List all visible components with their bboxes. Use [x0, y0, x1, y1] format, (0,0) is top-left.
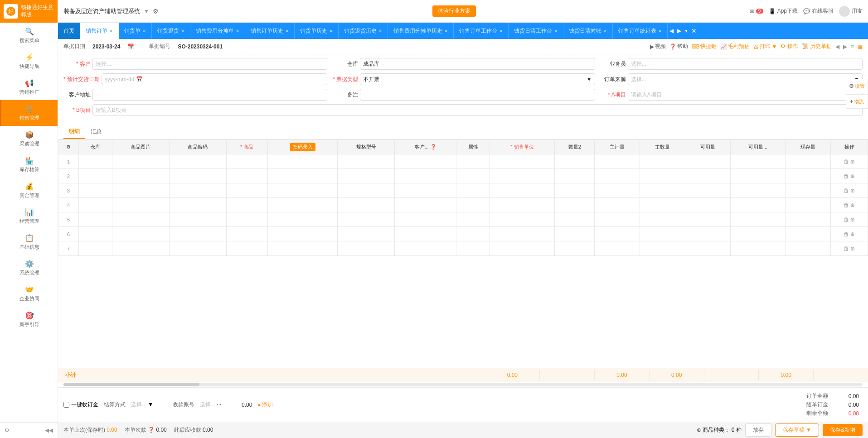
cell-qty2[interactable]	[555, 227, 595, 241]
row-copy-icon[interactable]: ⊕	[850, 217, 855, 223]
cell-attr[interactable]	[456, 169, 490, 183]
invoice-type-select[interactable]: 不开票 ▼	[360, 73, 595, 85]
cell-warehouse[interactable]	[79, 241, 112, 256]
nav-prev-icon[interactable]: ◀	[835, 43, 839, 50]
row-copy-icon[interactable]: ⊕	[850, 245, 855, 252]
tab-sales-return-close-icon[interactable]: ✕	[181, 29, 184, 34]
tab-sales-expense-history[interactable]: 销售费用分摊单历史 ✕	[388, 23, 454, 39]
cell-code[interactable]	[169, 154, 226, 169]
cell-product[interactable]	[226, 169, 267, 183]
sidebar-item-newbie[interactable]: 🎯 新手引导	[0, 307, 58, 332]
cell-attr[interactable]	[456, 183, 490, 198]
cell-spec[interactable]	[338, 227, 395, 241]
settings-icon[interactable]: ⚙	[153, 8, 159, 15]
tab-sales-bill[interactable]: 销货单 ✕	[119, 23, 152, 39]
warehouse-input[interactable]: 成品库 ···	[360, 58, 595, 70]
quick-collect-check[interactable]	[63, 402, 69, 408]
horizontal-scrollbar[interactable]	[63, 383, 863, 386]
row-copy-icon[interactable]: ⊕	[850, 202, 855, 208]
cell-main-qty[interactable]	[640, 227, 685, 241]
th-product[interactable]: * 商品	[226, 140, 267, 154]
th-main-qty[interactable]: 主数量	[640, 140, 685, 154]
tab-sales-order-close-icon[interactable]: ✕	[109, 29, 113, 34]
close-icon-7[interactable]: ✕	[378, 29, 382, 34]
user-avatar[interactable]: 用友	[839, 6, 863, 17]
shortcut-button[interactable]: ⌨ 快捷键	[692, 43, 717, 50]
save-draft-button[interactable]: 保存草稿 ▼	[775, 424, 819, 437]
tab-sales-workbench[interactable]: 销售订单工作台 ✕	[454, 23, 509, 39]
scan-btn[interactable]: 扫码录入	[290, 143, 315, 151]
cell-attr[interactable]	[456, 198, 490, 212]
th-unit[interactable]: * 销售单位	[490, 140, 554, 154]
cell-customer-code[interactable]	[395, 198, 456, 212]
tab-nav-list[interactable]: ▾	[683, 28, 689, 34]
cell-warehouse[interactable]	[79, 212, 112, 227]
row-copy-icon[interactable]: ⊕	[850, 173, 855, 179]
message-button[interactable]: ✉ 9	[750, 8, 763, 14]
cell-spec[interactable]	[338, 212, 395, 227]
sidebar-item-quick-nav[interactable]: ⚡ 快捷导航	[0, 48, 58, 74]
th-attr[interactable]: 属性	[456, 140, 490, 154]
sidebar-settings-icon[interactable]: ⚙	[5, 427, 10, 433]
cell-product[interactable]	[226, 183, 267, 198]
sidebar-item-purchase[interactable]: 📦 采购管理	[0, 126, 58, 152]
row-delete-icon[interactable]: 🗑	[844, 245, 849, 252]
cell-customer-code[interactable]	[395, 154, 456, 169]
cell-qty2[interactable]	[555, 241, 595, 256]
sidebar-item-system[interactable]: ⚙️ 系统管理	[0, 255, 58, 281]
account-select[interactable]: 选择... ···	[200, 401, 236, 409]
industry-solution-button[interactable]: 体验行业方案	[432, 5, 476, 17]
th-available2[interactable]: 可用量...	[730, 140, 786, 154]
sidebar-item-basic[interactable]: 📋 基础信息	[0, 229, 58, 255]
cell-product[interactable]	[226, 241, 267, 256]
cell-unit[interactable]	[490, 198, 554, 212]
customer-address-input[interactable]: ···	[92, 89, 327, 101]
cell-code[interactable]	[169, 212, 226, 227]
tab-sales-expense[interactable]: 销售费用分摊单 ✕	[190, 23, 245, 39]
sidebar-item-sales[interactable]: 🛒 销售管理	[0, 100, 58, 126]
app-download-button[interactable]: 📱 App下载	[769, 7, 798, 15]
save-new-button[interactable]: 保存&新增	[823, 424, 863, 436]
cell-qty2[interactable]	[555, 154, 595, 169]
cell-unit[interactable]	[490, 169, 554, 183]
cell-spec[interactable]	[338, 169, 395, 183]
cell-qty2[interactable]	[555, 212, 595, 227]
delivery-date-input[interactable]: yyyy-mm-dd 📅	[102, 73, 327, 85]
sidebar-collapse-icon[interactable]: ◀◀	[45, 427, 53, 433]
cell-warehouse[interactable]	[79, 154, 112, 169]
row-copy-icon[interactable]: ⊕	[850, 188, 855, 194]
tab-cash-workbench[interactable]: 钱货日清工作台 ✕	[509, 23, 563, 39]
salesperson-input[interactable]: 选择... ···	[628, 58, 863, 70]
operations-button[interactable]: ⚙ 操作	[781, 43, 798, 50]
cell-main-qty[interactable]	[640, 169, 685, 183]
cell-customer-code[interactable]	[395, 241, 456, 256]
close-icon-6[interactable]: ✕	[329, 29, 333, 34]
tab-home[interactable]: 首页	[58, 23, 80, 39]
sidebar-item-marketing[interactable]: 📢 营销推广	[0, 74, 58, 100]
b-project-input[interactable]: 请输入B项目	[92, 104, 863, 116]
save-draft-dropdown-icon[interactable]: ▼	[806, 427, 811, 433]
cell-spec[interactable]	[338, 241, 395, 256]
cell-attr[interactable]	[456, 241, 490, 256]
th-qty2[interactable]: 数量2	[555, 140, 595, 154]
grid-view-icon[interactable]: ▦	[858, 43, 863, 50]
cell-main-qty[interactable]	[640, 198, 685, 212]
cell-code[interactable]	[169, 241, 226, 256]
cell-main-qty[interactable]	[640, 154, 685, 169]
cell-unit[interactable]	[490, 154, 554, 169]
cell-code[interactable]	[169, 227, 226, 241]
video-button[interactable]: ▶ 视频	[650, 43, 666, 50]
list-view-icon[interactable]: ≡	[851, 43, 854, 50]
row-delete-icon[interactable]: 🗑	[844, 231, 849, 237]
cell-main-qty[interactable]	[640, 212, 685, 227]
th-settings[interactable]: ⚙	[58, 140, 79, 154]
cell-code[interactable]	[169, 198, 226, 212]
sidebar-item-inventory[interactable]: 🏪 库存核算	[0, 152, 58, 178]
cell-attr[interactable]	[456, 227, 490, 241]
cell-qty2[interactable]	[555, 169, 595, 183]
th-code[interactable]: 商品编码	[169, 140, 226, 154]
payment-method-select[interactable]: 选择... ▼	[131, 401, 167, 409]
tab-nav-left[interactable]: ◀	[668, 28, 675, 34]
th-customer-code[interactable]: 客户... ❓	[395, 140, 456, 154]
cell-product[interactable]	[226, 227, 267, 241]
